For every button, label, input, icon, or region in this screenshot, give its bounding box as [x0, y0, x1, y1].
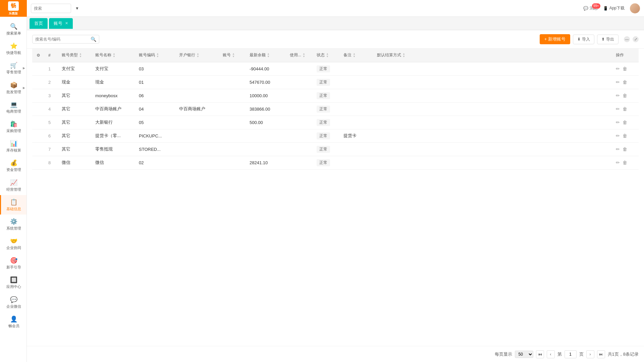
sidebar-item-finance-mgmt[interactable]: 💰 资金管理 — [0, 156, 26, 175]
row-account-8 — [219, 156, 246, 169]
last-page-button[interactable]: ⏭ — [597, 350, 605, 358]
sidebar-item-company-wechat[interactable]: 💬 企业微信 — [0, 293, 26, 312]
row-actions-5: ✏ 🗑 — [612, 116, 639, 129]
col-usage[interactable]: 使用...▲▼ — [286, 49, 313, 62]
col-default-settlement[interactable]: 默认结算方式▲▼ — [373, 49, 612, 62]
page-size-dropdown[interactable]: 50 100 200 — [515, 351, 533, 358]
next-page-button[interactable]: › — [586, 350, 594, 358]
tab-account-close[interactable]: ✕ — [65, 21, 68, 25]
table-row: 6 其它 提货卡（零... PICKUPC... 正常 提货卡 ✏ 🗑 — [32, 129, 639, 142]
status-badge-7: 正常 — [317, 146, 330, 153]
sidebar-item-app-center[interactable]: 🔲 应用中心 — [0, 273, 26, 292]
edit-button-1[interactable]: ✏ — [616, 66, 620, 71]
row-account-4 — [219, 102, 246, 116]
tab-home[interactable]: 首页 — [30, 18, 48, 29]
edit-button-3[interactable]: ✏ — [616, 93, 620, 98]
col-open-bank[interactable]: 开户银行▲▼ — [175, 49, 219, 62]
inventory-check-icon: 📊 — [10, 140, 17, 147]
message-button[interactable]: 💬 消息 99+ — [583, 5, 598, 11]
col-account-type[interactable]: 账号类型▲▼ — [58, 49, 91, 62]
edit-button-4[interactable]: ✏ — [616, 106, 620, 112]
sidebar-item-member[interactable]: 👤 畅会员 — [0, 312, 26, 331]
col-remark[interactable]: 备注▲▼ — [339, 49, 373, 62]
delete-button-5[interactable]: 🗑 — [623, 120, 627, 125]
account-search-input[interactable] — [35, 37, 89, 42]
col-status[interactable]: 状态▲▼ — [313, 49, 339, 62]
row-index-2: 2 — [44, 75, 58, 89]
row-remark-2 — [339, 75, 373, 89]
row-default-settlement-7 — [373, 142, 612, 156]
sidebar-item-ecommerce-mgmt[interactable]: 💻 电商管理 — [0, 98, 26, 117]
maximize-button[interactable]: ⤢ — [633, 36, 639, 42]
delete-button-6[interactable]: 🗑 — [623, 133, 627, 138]
row-usage-7 — [286, 142, 313, 156]
sidebar-item-company-protocol[interactable]: 🤝 企业协同 — [0, 234, 26, 253]
add-account-button[interactable]: + 新增账号 — [540, 34, 570, 44]
col-account-code[interactable]: 账号编码▲▼ — [135, 49, 175, 62]
per-page-label: 每页显示 — [495, 351, 512, 357]
col-index: # — [44, 49, 58, 62]
topbar-search-input[interactable] — [31, 4, 71, 13]
row-index-4: 4 — [44, 102, 58, 116]
row-default-settlement-5 — [373, 116, 612, 129]
sidebar-item-wholesale-mgmt[interactable]: 📦 批发管理 ▶ — [0, 78, 26, 98]
delete-button-3[interactable]: 🗑 — [623, 93, 627, 98]
row-usage-2 — [286, 75, 313, 89]
col-latest-balance[interactable]: 最新余额▲▼ — [246, 49, 286, 62]
edit-button-6[interactable]: ✏ — [616, 133, 620, 138]
table-row: 2 现金 现金 01 547670.00 正常 ✏ 🗑 — [32, 75, 639, 89]
sidebar-item-retail-mgmt[interactable]: 🛒 零售管理 ▶ — [0, 58, 26, 78]
row-remark-1 — [339, 62, 373, 75]
edit-button-2[interactable]: ✏ — [616, 79, 620, 85]
col-account[interactable]: 账号▲▼ — [219, 49, 246, 62]
total-records-label: 共1页，8条记录 — [608, 351, 639, 357]
tab-account[interactable]: 账号 ✕ — [49, 18, 73, 29]
row-gear-2 — [32, 75, 44, 89]
user-avatar[interactable] — [630, 3, 640, 13]
app-download-button[interactable]: 📱 App下载 — [603, 5, 625, 11]
delete-button-8[interactable]: 🗑 — [623, 160, 627, 165]
edit-button-7[interactable]: ✏ — [616, 146, 620, 152]
inventory-check-label: 库存核算 — [6, 148, 21, 153]
status-badge-2: 正常 — [317, 79, 330, 86]
sidebar-item-basic-info[interactable]: 📋 基础信息 — [0, 195, 26, 215]
edit-button-5[interactable]: ✏ — [616, 120, 620, 125]
row-account-name-4: 中百商场账户 — [91, 102, 135, 116]
search-icon: 🔍 — [91, 37, 96, 42]
topbar-dropdown[interactable]: ▼ — [75, 6, 79, 11]
delete-button-7[interactable]: 🗑 — [623, 146, 627, 152]
delete-button-4[interactable]: 🗑 — [623, 106, 627, 112]
prev-page-button[interactable]: ‹ — [547, 350, 555, 358]
sidebar-item-quick-nav[interactable]: ⭐ 快捷导航 — [0, 39, 26, 58]
row-usage-5 — [286, 116, 313, 129]
sidebar-item-new-guide[interactable]: 🎯 新手引导 — [0, 253, 26, 273]
delete-button-1[interactable]: 🗑 — [623, 66, 627, 71]
row-default-settlement-3 — [373, 89, 612, 102]
import-button[interactable]: ⬇ 导入 — [573, 35, 594, 44]
row-account-type-4: 其它 — [58, 102, 91, 116]
export-button[interactable]: ⬆ 导出 — [597, 35, 619, 44]
sidebar-item-inventory-check[interactable]: 📊 库存核算 — [0, 136, 26, 156]
edit-button-8[interactable]: ✏ — [616, 160, 620, 165]
sidebar-item-system-mgmt[interactable]: ⚙️ 系统管理 — [0, 215, 26, 234]
row-default-settlement-2 — [373, 75, 612, 89]
finance-mgmt-label: 资金管理 — [6, 168, 21, 172]
row-gear-7 — [32, 142, 44, 156]
delete-button-2[interactable]: 🗑 — [623, 79, 627, 85]
row-account-code-5: 05 — [135, 116, 175, 129]
sidebar-item-search-menu[interactable]: 🔍 搜索菜单 — [0, 19, 26, 39]
row-account-name-5: 大新银行 — [91, 116, 135, 129]
row-index-1: 1 — [44, 62, 58, 75]
topbar: ▼ 💬 消息 99+ 📱 App下载 — [27, 0, 644, 17]
row-remark-4 — [339, 102, 373, 116]
minimize-button[interactable]: — — [624, 36, 630, 42]
row-gear-5 — [32, 116, 44, 129]
app-center-label: 应用中心 — [6, 285, 21, 289]
col-gear[interactable]: ⚙ — [32, 49, 44, 62]
page-number-input[interactable] — [565, 350, 577, 358]
sidebar-item-operation-mgmt[interactable]: 📈 经营管理 — [0, 176, 26, 195]
sidebar-logo: 畅 乐惠版 — [0, 0, 27, 17]
first-page-button[interactable]: ⏮ — [536, 350, 544, 358]
col-account-name[interactable]: 账号名称▲▼ — [91, 49, 135, 62]
sidebar-item-purchase-mgmt[interactable]: 🛍️ 采购管理 — [0, 117, 26, 136]
